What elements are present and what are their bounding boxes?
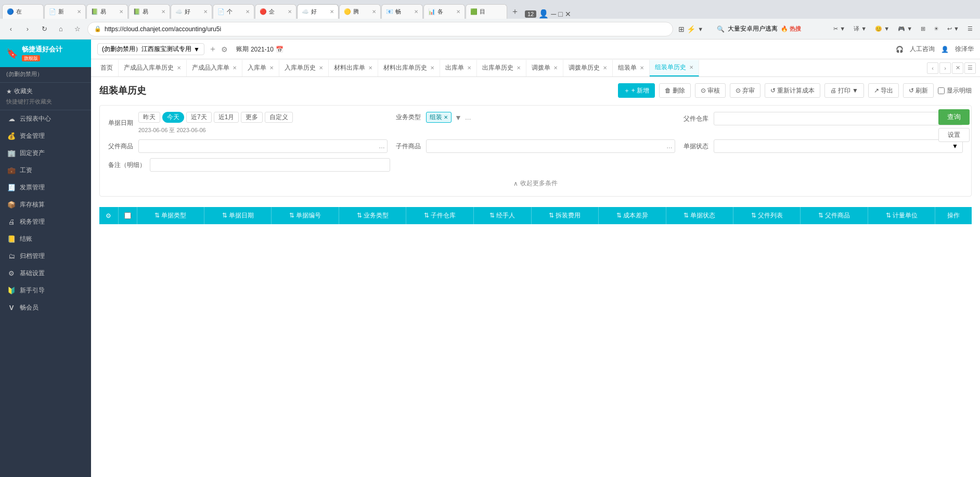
th-business[interactable]: ⇅ 业务类型 [339, 207, 406, 224]
business-tag-close[interactable]: ✕ [444, 114, 448, 120]
maximize-button[interactable]: □ [558, 10, 562, 18]
doc-tab-assemble-close[interactable]: ✕ [640, 65, 644, 71]
child-goods-more-btn[interactable]: … [666, 143, 673, 150]
show-detail-checkbox[interactable] [938, 87, 945, 94]
th-fee[interactable]: ⇅ 拆装费用 [531, 207, 598, 224]
emoji-icon[interactable]: 😊 ▼ [872, 24, 893, 33]
collapse-button[interactable]: ∧ 收起更多条件 [513, 177, 558, 190]
browser-tab-6[interactable]: 📄 个 ✕ [213, 4, 254, 19]
sidebar-item-settlement[interactable]: 📒 结账 [0, 230, 91, 248]
apps-icon[interactable]: ⊞ [918, 24, 929, 33]
sidebar-item-assets[interactable]: 🏢 固定资产 [0, 145, 91, 162]
month-btn[interactable]: 近1月 [214, 112, 239, 123]
sidebar-item-finance[interactable]: 💰 资金管理 [0, 127, 91, 145]
tab-close-9[interactable]: ✕ [372, 9, 376, 15]
doc-tab-pc-in[interactable]: 产成品入库单 ✕ [187, 60, 242, 76]
yesterday-btn[interactable]: 昨天 [138, 112, 160, 123]
sidebar-item-tax[interactable]: 🖨 税务管理 [0, 213, 91, 230]
doc-tab-in-history[interactable]: 入库单历史 ✕ [279, 60, 329, 76]
tab-close-11[interactable]: ✕ [456, 9, 460, 15]
week-btn[interactable]: 近7天 [186, 112, 212, 123]
th-checkbox[interactable] [118, 207, 137, 224]
parent-goods-more-btn[interactable]: … [379, 143, 385, 150]
doc-tab-pc-in-close[interactable]: ✕ [233, 65, 237, 71]
tab-close-4[interactable]: ✕ [161, 9, 165, 15]
doc-tab-mat-out-history[interactable]: 材料出库单历史 ✕ [378, 60, 440, 76]
sidebar-item-archive[interactable]: 🗂 归档管理 [0, 248, 91, 265]
query-button[interactable]: 查询 [938, 109, 970, 125]
new-tab-button[interactable]: ＋ [508, 4, 522, 19]
settings-company-button[interactable]: ⚙ [221, 45, 228, 54]
browser-tab-12[interactable]: 🟩 目 [466, 4, 507, 19]
column-settings-icon[interactable]: ⚙ [106, 212, 111, 220]
print-button[interactable]: 🖨 打印 ▼ [824, 83, 864, 98]
browser-tab-4[interactable]: 📗 易 ✕ [128, 4, 170, 19]
th-handler[interactable]: ⇅ 经手人 [473, 207, 531, 224]
profile-icon[interactable]: 👤 [538, 9, 549, 19]
th-unit[interactable]: ⇅ 计量单位 [868, 207, 935, 224]
th-parent-goods[interactable]: ⇅ 父件商品 [801, 207, 868, 224]
doc-tab-pc-history-close[interactable]: ✕ [177, 65, 181, 71]
business-more-btn[interactable]: … [465, 114, 471, 121]
sidebar-item-inventory[interactable]: 📦 库存核算 [0, 196, 91, 213]
audit-button[interactable]: ⊙ 审核 [695, 83, 726, 98]
warehouse-input[interactable] [716, 115, 954, 122]
doc-tab-out-history-close[interactable]: ✕ [517, 65, 521, 71]
th-child-warehouse[interactable]: ⇅ 子件仓库 [406, 207, 473, 224]
reload-button[interactable]: ↻ [37, 22, 51, 36]
address-bar[interactable]: 🔒 https://cloud.chanjet.com/accounting/u… [87, 22, 673, 36]
tab-close-10[interactable]: ✕ [414, 9, 418, 15]
th-number[interactable]: ⇅ 单据编号 [272, 207, 339, 224]
tabs-prev-button[interactable]: ‹ [927, 62, 938, 74]
sidebar-item-guide[interactable]: 🔰 新手引导 [0, 282, 91, 299]
game-icon[interactable]: 🎮 ▼ [895, 24, 915, 33]
doc-tab-transfer-history[interactable]: 调拨单历史 ✕ [563, 60, 613, 76]
browser-tab-8[interactable]: ☁️ 好 ✕ [297, 4, 339, 19]
doc-tab-out[interactable]: 出库单 ✕ [440, 60, 477, 76]
custom-btn[interactable]: 自定义 [265, 112, 293, 123]
doc-tab-assemble-history-close[interactable]: ✕ [689, 65, 693, 70]
show-detail-checkbox-wrap[interactable]: 显示明细 [938, 86, 972, 95]
doc-tab-mat-out-close[interactable]: ✕ [368, 65, 372, 71]
recalculate-button[interactable]: ↺ 重新计算成本 [765, 83, 820, 98]
tab-close-6[interactable]: ✕ [246, 9, 250, 15]
tab-close-3[interactable]: ✕ [119, 9, 123, 15]
undo-icon[interactable]: ↩ ▼ [944, 24, 962, 33]
scissors-icon[interactable]: ✂ ▼ [830, 24, 848, 33]
tab-close-8[interactable]: ✕ [330, 9, 334, 15]
browser-tab-7[interactable]: 🔴 企 ✕ [255, 4, 296, 19]
home-button[interactable]: ⌂ [54, 22, 68, 36]
doc-tab-pc-history[interactable]: 产成品入库单历史 ✕ [119, 60, 187, 76]
doc-tab-out-history[interactable]: 出库单历史 ✕ [477, 60, 526, 76]
bookmark-button[interactable]: ☆ [71, 22, 84, 36]
browser-tab-1[interactable]: 🔵 在 [2, 4, 44, 19]
export-button[interactable]: ↗ 导出 [868, 83, 899, 98]
sidebar-item-reports[interactable]: ☁ 云报表中心 [0, 110, 91, 127]
select-all-checkbox[interactable] [124, 212, 131, 219]
doc-tab-in-close[interactable]: ✕ [269, 65, 274, 71]
status-dropdown[interactable]: ▼ [714, 139, 963, 153]
search-area[interactable]: 🔍 大量安卓用户逃离 🔥 热搜 [711, 22, 825, 36]
tab-close-7[interactable]: ✕ [288, 9, 292, 15]
query-settings-button[interactable]: 设置 [938, 128, 970, 142]
doc-tab-assemble[interactable]: 组装单 ✕ [613, 60, 650, 76]
grid-icon[interactable]: ⊞ [678, 25, 685, 33]
abandon-button[interactable]: ⊙ 弃审 [730, 83, 760, 98]
close-window-button[interactable]: ✕ [565, 10, 571, 18]
calendar-icon[interactable]: 📅 [276, 46, 283, 53]
business-dropdown-icon[interactable]: ▼ [455, 113, 462, 122]
company-selector[interactable]: (勿删勿禁用）江西服宝测试专用 ▼ [97, 43, 204, 55]
browser-tab-3[interactable]: 📗 易 ✕ [86, 4, 128, 19]
tabs-next-button[interactable]: › [939, 62, 951, 74]
child-goods-input[interactable] [429, 143, 666, 150]
doc-tab-mat-out[interactable]: 材料出库单 ✕ [329, 60, 378, 76]
th-cost-diff[interactable]: ⇅ 成本差异 [599, 207, 666, 224]
th-type[interactable]: ⇅ 单据类型 [137, 207, 204, 224]
delete-button[interactable]: 🗑 删除 [659, 83, 691, 98]
doc-tab-out-close[interactable]: ✕ [467, 65, 471, 71]
sidebar-item-payroll[interactable]: 💼 工资 [0, 162, 91, 179]
dropdown-icon[interactable]: ▼ [698, 26, 703, 32]
add-company-button[interactable]: ＋ [209, 44, 217, 55]
refresh-button[interactable]: ↺ 刷新 [903, 83, 934, 98]
tabs-menu-button[interactable]: ☰ [964, 62, 976, 74]
